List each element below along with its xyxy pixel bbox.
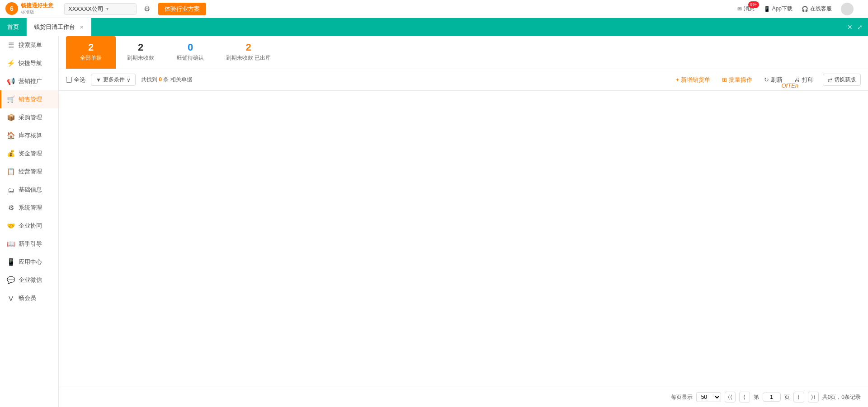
page-last-button[interactable]: ⟩⟩ <box>808 392 819 402</box>
logo-text: 畅捷通好生意 <box>21 2 53 9</box>
purchase-icon: 📦 <box>7 113 15 122</box>
sidebar-label-sales: 销售管理 <box>19 95 42 103</box>
sidebar-label-wechat: 企业微信 <box>19 276 42 284</box>
add-sale-button[interactable]: + 新增销货单 <box>673 74 713 86</box>
tab-home[interactable]: 首页 <box>0 18 27 36</box>
collab-icon: 🤝 <box>7 222 15 230</box>
page-suffix: 页 <box>784 393 790 401</box>
found-count: 0 <box>159 76 162 83</box>
toolbar-right: + 新增销货单 ⊞ 批量操作 ↻ 刷新 🖨 打印 ⇄ 切换新版 <box>673 74 861 86</box>
sidebar-item-appcenter[interactable]: 📱 应用中心 <box>0 253 58 271</box>
stats-tab-all[interactable]: 2 全部单据 <box>66 36 116 69</box>
found-text: 共找到 0 条 相关单据 <box>141 76 192 84</box>
avatar[interactable] <box>841 3 854 15</box>
pagination: 每页显示 50 20 100 ⟨⟨ ⟨ 第 页 ⟩ ⟩⟩ 共0页，0条记录 <box>59 387 868 407</box>
top-header: 6 畅捷通好生意 标准版 XXXXXX公司 ▾ ⚙ 体验行业方案 ✉ 消息 99… <box>0 0 868 18</box>
headset-icon: 🎧 <box>802 6 808 12</box>
sidebar-item-basic[interactable]: 🗂 基础信息 <box>0 181 58 199</box>
sidebar-item-sales[interactable]: 🛒 销售管理 <box>0 90 58 108</box>
nav-tabs-right: ✕ ⤢ <box>847 18 868 36</box>
select-all-input[interactable] <box>66 77 72 83</box>
tab-close-icon[interactable]: ✕ <box>80 24 84 30</box>
window-close-icon[interactable]: ✕ <box>847 23 853 31</box>
stats-tab-overdue[interactable]: 2 到期未收款 <box>116 36 165 69</box>
logo-icon: 6 <box>5 2 18 15</box>
stats-label-overdue-shipped: 到期未收款 已出库 <box>226 54 271 62</box>
marketing-icon: 📢 <box>7 77 15 85</box>
app-download-button[interactable]: 📱 App下载 <box>764 5 793 13</box>
window-expand-icon[interactable]: ⤢ <box>857 23 863 31</box>
sidebar-item-vip[interactable]: V 畅会员 <box>0 289 58 307</box>
table-area <box>59 91 868 387</box>
page-prev-button[interactable]: ⟨ <box>739 392 750 402</box>
sidebar-item-collab[interactable]: 🤝 企业协同 <box>0 217 58 235</box>
sidebar-item-wechat[interactable]: 💬 企业微信 <box>0 271 58 289</box>
experience-button[interactable]: 体验行业方案 <box>158 3 206 15</box>
chevron-down-icon: ▾ <box>106 6 108 11</box>
total-label: 共0页，0条记录 <box>822 393 861 401</box>
app-download-icon: 📱 <box>764 6 770 12</box>
operation-icon: 📋 <box>7 168 15 176</box>
company-selector[interactable]: XXXXXX公司 ▾ <box>64 3 137 15</box>
message-button[interactable]: ✉ 消息 99+ <box>737 5 755 13</box>
sidebar-item-finance[interactable]: 💰 资金管理 <box>0 145 58 163</box>
sidebar-item-guide[interactable]: 📖 新手引导 <box>0 235 58 253</box>
sidebar-label-appcenter: 应用中心 <box>19 258 42 266</box>
sidebar-item-quicknav[interactable]: ⚡ 快捷导航 <box>0 54 58 72</box>
switch-version-button[interactable]: ⇄ 切换新版 <box>823 74 861 86</box>
quicknav-icon: ⚡ <box>7 59 15 67</box>
home-tab-label: 首页 <box>7 23 19 31</box>
per-page-label: 每页显示 <box>671 393 693 401</box>
sidebar-label-purchase: 采购管理 <box>19 113 42 122</box>
per-page-select[interactable]: 50 20 100 <box>696 392 721 402</box>
main-layout: ☰ 搜索菜单 ⚡ 快捷导航 📢 营销推广 🛒 销售管理 📦 采购管理 🏠 库存核… <box>0 36 868 407</box>
appcenter-icon: 📱 <box>7 258 15 266</box>
stats-label-wangpu: 旺铺待确认 <box>177 54 204 62</box>
filter-label: 更多条件 <box>103 76 125 84</box>
tab-qianhuoqingwork[interactable]: 钱货日清工作台 ✕ <box>27 18 91 36</box>
refresh-icon: ↻ <box>764 76 769 83</box>
sidebar-label-operation: 经营管理 <box>19 168 42 176</box>
basic-icon: 🗂 <box>7 186 15 194</box>
sidebar-item-purchase[interactable]: 📦 采购管理 <box>0 108 58 126</box>
logo-sub: 标准版 <box>21 9 53 15</box>
header-right: ✉ 消息 99+ 📱 App下载 🎧 在线客服 <box>737 3 863 15</box>
stats-num-overdue-shipped: 2 <box>246 42 251 53</box>
page-label: 第 <box>754 393 759 401</box>
toolbar: 全选 ▼ 更多条件 ∨ 共找到 0 条 相关单据 + 新增销货单 ⊞ 批量操作 <box>59 69 868 91</box>
sidebar-label-basic: 基础信息 <box>19 186 42 194</box>
work-tab-label: 钱货日清工作台 <box>34 23 75 31</box>
sidebar-item-system[interactable]: ⚙ 系统管理 <box>0 199 58 217</box>
select-all-checkbox[interactable]: 全选 <box>66 76 85 84</box>
system-icon: ⚙ <box>7 204 15 212</box>
sidebar-item-search[interactable]: ☰ 搜索菜单 <box>0 36 58 54</box>
sidebar-label-search: 搜索菜单 <box>19 41 42 49</box>
settings-button[interactable]: ⚙ <box>140 2 154 16</box>
page-first-button[interactable]: ⟨⟨ <box>725 392 736 402</box>
finance-icon: 💰 <box>7 150 15 158</box>
sidebar-label-marketing: 营销推广 <box>19 77 42 85</box>
batch-icon: ⊞ <box>722 76 727 83</box>
sidebar-label-finance: 资金管理 <box>19 150 42 158</box>
page-next-button[interactable]: ⟩ <box>793 392 804 402</box>
sidebar-item-operation[interactable]: 📋 经营管理 <box>0 163 58 181</box>
sidebar-item-marketing[interactable]: 📢 营销推广 <box>0 72 58 90</box>
online-service-button[interactable]: 🎧 在线客服 <box>802 5 832 13</box>
filter-button[interactable]: ▼ 更多条件 ∨ <box>91 74 136 86</box>
stats-num-overdue: 2 <box>138 42 143 53</box>
sidebar: ☰ 搜索菜单 ⚡ 快捷导航 📢 营销推广 🛒 销售管理 📦 采购管理 🏠 库存核… <box>0 36 59 407</box>
logo-area: 6 畅捷通好生意 标准版 <box>5 2 64 15</box>
stats-label-overdue: 到期未收款 <box>127 54 154 62</box>
content-area: 2 全部单据 2 到期未收款 0 旺铺待确认 2 到期未收款 已出库 全选 <box>59 36 868 407</box>
stats-tab-wangpu[interactable]: 0 旺铺待确认 <box>165 36 215 69</box>
page-input[interactable] <box>763 393 781 402</box>
sidebar-label-collab: 企业协同 <box>19 222 42 230</box>
batch-button[interactable]: ⊞ 批量操作 <box>719 74 755 86</box>
sidebar-label-vip: 畅会员 <box>19 294 36 302</box>
sidebar-item-inventory[interactable]: 🏠 库存核算 <box>0 126 58 145</box>
stats-num-wangpu: 0 <box>188 42 193 53</box>
stats-tab-overdue-shipped[interactable]: 2 到期未收款 已出库 <box>215 36 282 69</box>
sidebar-label-quicknav: 快捷导航 <box>19 59 42 67</box>
filter-icon: ▼ <box>96 77 101 83</box>
guide-icon: 📖 <box>7 240 15 248</box>
